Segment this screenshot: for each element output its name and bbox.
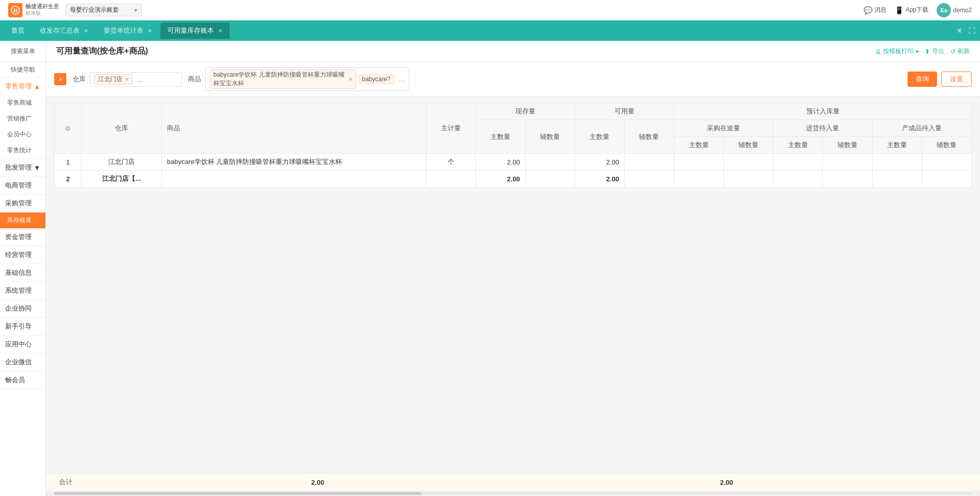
- filter-actions: 查询 设置: [908, 72, 972, 87]
- th-production-group: 产成品待入量: [872, 120, 971, 137]
- maximize-btn[interactable]: ⛶: [968, 27, 976, 35]
- row2-purchase-aux: [724, 171, 773, 187]
- window-controls: ✕ ⛶: [955, 27, 976, 35]
- refresh-btn[interactable]: ↺ 刷新: [950, 47, 970, 56]
- print-template-btn[interactable]: 🖨 按模板打印 ▾: [875, 47, 919, 56]
- horizontal-scrollbar[interactable]: [46, 491, 980, 496]
- section-zero-sales: 零售管理 ▲ 零售商城 营销推广 会员中心 零售统计: [0, 78, 45, 159]
- tab-kyyongliang-close[interactable]: ✕: [218, 28, 223, 34]
- app-download-btn[interactable]: 📱 App下载: [895, 6, 928, 14]
- warehouse-tag: 江北门店 ✕: [94, 74, 133, 85]
- sidebar-item-ecom[interactable]: 电商管理: [0, 177, 45, 195]
- sidebar-item-appcenter[interactable]: 应用中心: [0, 336, 45, 353]
- th-purchase-group: 采购在途量: [674, 120, 773, 137]
- tab-shoufacun-close[interactable]: ✕: [84, 28, 88, 34]
- sidebar-item-zero-mall[interactable]: 零售商城: [0, 95, 45, 111]
- section-zero-sales-label: 零售管理: [5, 82, 32, 91]
- tab-yaohuodan-close[interactable]: ✕: [148, 28, 152, 34]
- sidebar-item-inventory[interactable]: 库存核算: [0, 212, 45, 228]
- table-row: 2 江北门店【... 2.00 2.00: [55, 171, 972, 187]
- th-unit: 主计量: [426, 103, 476, 154]
- product-tag1: babycare学饮杯 儿童防摔防撞吸管杯重力球吸嘴杯宝宝水杯 ✕: [210, 69, 356, 89]
- message-label: 消息: [874, 6, 887, 14]
- th-inbound-main: 主数量: [773, 137, 823, 154]
- query-btn[interactable]: 查询: [908, 72, 937, 87]
- logo-area: 好 畅捷通好生意 标准版: [8, 3, 59, 17]
- warehouse-input[interactable]: 江北门店 ✕ ...: [90, 72, 182, 87]
- th-product: 商品: [162, 103, 426, 154]
- dropdown-arrow-icon: ▾: [916, 48, 919, 55]
- product-dots[interactable]: ...: [398, 75, 405, 84]
- sidebar-search-area: 搜索菜单: [0, 41, 45, 62]
- row2-production-aux: [922, 171, 971, 187]
- sidebar-item-zero-stats[interactable]: 零售统计: [0, 143, 45, 158]
- sidebar-item-purchase[interactable]: 采购管理: [0, 195, 45, 212]
- filter-area: » 仓库 江北门店 ✕ ... 商品 babycare学饮杯 儿童防摔防撞吸管杯…: [46, 62, 980, 97]
- svg-text:好: 好: [13, 8, 18, 13]
- search-menu-btn[interactable]: 搜索菜单: [4, 45, 41, 58]
- th-inbound-group: 进货待入量: [773, 120, 872, 137]
- tab-yaohuodan[interactable]: 要货单统计表 ✕: [96, 22, 159, 39]
- row2-stock-aux: [525, 171, 575, 187]
- page-actions: 🖨 按模板打印 ▾ ⬆ 导出 ↺ 刷新: [875, 47, 970, 56]
- row1-inbound-aux: [823, 154, 872, 171]
- page-header: 可用量查询(按仓库+商品) 🖨 按模板打印 ▾ ⬆ 导出 ↺ 刷新: [46, 41, 980, 62]
- section-zero-sales-header[interactable]: 零售管理 ▲: [0, 78, 45, 95]
- row1-stock-aux: [525, 154, 575, 171]
- export-btn[interactable]: ⬆ 导出: [925, 47, 944, 56]
- row1-production-main: [872, 154, 922, 171]
- tab-shoufacun-label: 收发存汇总表: [40, 26, 80, 35]
- warehouse-tag-close[interactable]: ✕: [125, 76, 129, 83]
- row1-avail-main: 2.00: [575, 154, 624, 171]
- sidebar-item-member[interactable]: 会员中心: [0, 127, 45, 143]
- industry-selector[interactable]: 母婴行业演示账套 ▾: [65, 4, 142, 16]
- th-warehouse: 仓库: [82, 103, 162, 154]
- th-purchase-aux: 辅数量: [724, 137, 773, 154]
- footer-stock-main: 2.00: [311, 479, 324, 486]
- tab-shoufacun[interactable]: 收发存汇总表 ✕: [33, 22, 95, 39]
- row1-purchase-aux: [724, 154, 773, 171]
- table-row: 1 江北门店 babycare学饮杯 儿童防摔防撞吸管杯重力球吸嘴杯宝宝水杯 个…: [55, 154, 972, 171]
- row2-stock-main: 2.00: [476, 171, 525, 187]
- username: demo2: [953, 7, 972, 14]
- tab-kyyongliang[interactable]: 可用量库存账本 ✕: [160, 22, 230, 39]
- tab-home[interactable]: 首页: [4, 22, 32, 39]
- sidebar-item-entwx[interactable]: 企业微信: [0, 353, 45, 371]
- dropdown-icon: ▾: [134, 7, 137, 14]
- th-stock-aux: 辅数量: [525, 120, 575, 154]
- row1-warehouse: 江北门店: [82, 154, 162, 171]
- sidebar-item-member-pro[interactable]: 畅会员: [0, 371, 45, 389]
- logo-icon: 好: [8, 3, 22, 17]
- table-footer: 合计 2.00 2.00: [46, 473, 980, 491]
- messages-btn[interactable]: 💬 消息: [864, 6, 887, 14]
- product-input[interactable]: babycare学饮杯 儿童防摔防撞吸管杯重力球吸嘴杯宝宝水杯 ✕ babyca…: [205, 67, 409, 91]
- row2-product: [162, 171, 426, 187]
- settings-btn[interactable]: 设置: [941, 72, 972, 87]
- sidebar-item-newguide[interactable]: 新手引导: [0, 318, 45, 336]
- quick-nav-btn[interactable]: 快捷导航: [0, 62, 45, 78]
- product-label: 商品: [188, 75, 201, 84]
- th-inbound-aux: 辅数量: [823, 137, 872, 154]
- warehouse-tag-value: 江北门店: [98, 75, 122, 84]
- sidebar-item-marketing[interactable]: 营销推广: [0, 111, 45, 127]
- product-tag1-close[interactable]: ✕: [348, 76, 353, 83]
- section-batch-header[interactable]: 批发管理 ▼: [0, 159, 45, 176]
- sidebar-item-ops[interactable]: 经营管理: [0, 246, 45, 264]
- home-label: 首页: [11, 26, 24, 35]
- user-area[interactable]: Ea demo2: [937, 3, 972, 17]
- phone-icon: 📱: [895, 6, 903, 14]
- scroll-thumb[interactable]: [54, 492, 421, 495]
- warehouse-dots[interactable]: ...: [137, 75, 143, 84]
- avatar: Ea: [937, 3, 951, 17]
- filter-expand-btn[interactable]: »: [54, 73, 66, 85]
- row1-production-aux: [922, 154, 971, 171]
- close-window-btn[interactable]: ✕: [955, 27, 964, 35]
- sidebar-item-enterprise[interactable]: 企业协同: [0, 300, 45, 318]
- sidebar-item-sys[interactable]: 系统管理: [0, 282, 45, 300]
- sidebar-item-finance[interactable]: 资金管理: [0, 228, 45, 246]
- sidebar-item-base[interactable]: 基础信息: [0, 264, 45, 282]
- th-forecast-group: 预计入库量: [674, 103, 972, 120]
- row2-purchase-main: [674, 171, 724, 187]
- chevron-up-icon: ▲: [34, 83, 40, 90]
- th-settings[interactable]: ⚙: [55, 103, 82, 154]
